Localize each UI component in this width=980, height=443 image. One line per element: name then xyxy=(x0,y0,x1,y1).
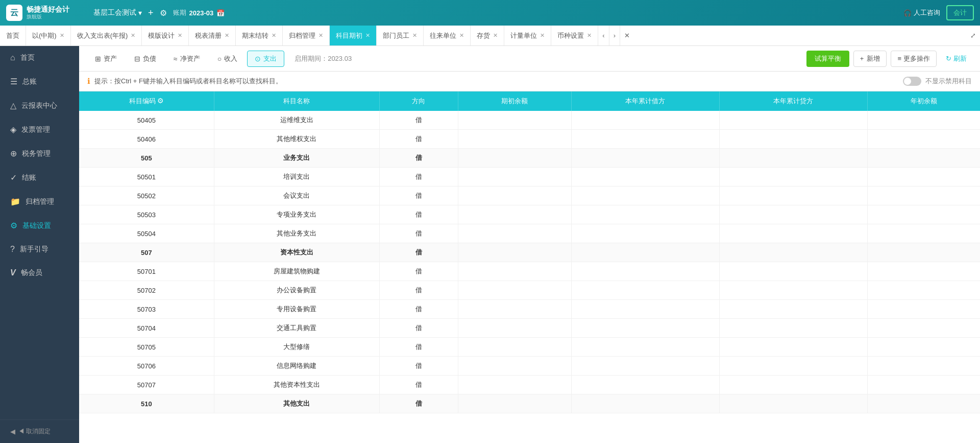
tab-close-icon[interactable]: ✕ xyxy=(318,32,323,39)
home-icon: ⌂ xyxy=(10,53,15,62)
col-settings-icon[interactable]: ⚙ xyxy=(157,97,164,105)
tab-close-icon[interactable]: ✕ xyxy=(459,32,464,39)
settlement-icon: ✓ xyxy=(10,173,17,182)
cell-balance xyxy=(458,243,571,262)
tab-close-icon[interactable]: ✕ xyxy=(587,32,592,39)
tab-mid-period[interactable]: 以(中期) ✕ xyxy=(26,26,71,46)
more-btn[interactable]: ≡ 更多操作 xyxy=(891,51,937,67)
sidebar-item-home[interactable]: ⌂ 首页 xyxy=(0,46,79,69)
tab-tax[interactable]: 税表清册 ✕ xyxy=(189,26,236,46)
expand-btn[interactable]: ⤢ xyxy=(966,26,980,46)
member-icon: V xyxy=(10,268,16,277)
guide-icon: ? xyxy=(10,245,15,254)
table-row[interactable]: 50501 培训支出 借 xyxy=(79,168,980,186)
tab-home[interactable]: 首页 xyxy=(0,26,26,46)
sub-tab-label: 负债 xyxy=(143,54,156,63)
tab-subject-initial[interactable]: 科目期初 ✕ xyxy=(330,26,377,46)
cell-name: 其他维权支出 xyxy=(214,130,379,149)
table-row[interactable]: 50503 专项业务支出 借 xyxy=(79,205,980,224)
cell-year-balance xyxy=(867,186,980,205)
cell-credit xyxy=(719,130,867,149)
tab-close-all-btn[interactable]: ✕ xyxy=(620,26,634,46)
sidebar-item-invoice[interactable]: ◈ 发票管理 xyxy=(0,118,79,142)
table-row[interactable]: 50405 运维维支出 借 xyxy=(79,111,980,130)
tab-archive[interactable]: 归档管理 ✕ xyxy=(283,26,330,46)
cell-direction: 借 xyxy=(379,338,458,357)
account-button[interactable]: 会计 xyxy=(946,5,974,20)
table-row[interactable]: 50705 大型修缮 借 xyxy=(79,338,980,357)
table-row[interactable]: 50406 其他维权支出 借 xyxy=(79,130,980,149)
tab-dept[interactable]: 部门员工 ✕ xyxy=(377,26,424,46)
tab-close-icon[interactable]: ✕ xyxy=(272,32,276,39)
app-name: 畅捷通好会计 xyxy=(27,5,69,14)
toggle-disabled[interactable] xyxy=(903,77,921,86)
sub-tab-income[interactable]: ○ 收入 xyxy=(210,51,245,67)
tab-label: 科目期初 xyxy=(336,31,362,40)
cell-balance xyxy=(458,338,571,357)
tab-close-icon[interactable]: ✕ xyxy=(412,32,417,39)
cell-debit xyxy=(571,300,719,319)
sub-tab-asset[interactable]: ⊞ 资产 xyxy=(87,51,125,67)
settings-gear-icon: ⚙ xyxy=(10,221,17,230)
tab-template[interactable]: 模版设计 ✕ xyxy=(142,26,189,46)
tab-period-end[interactable]: 期末结转 ✕ xyxy=(236,26,283,46)
tab-next-btn[interactable]: › xyxy=(609,26,620,46)
table-row[interactable]: 50703 专用设备购置 借 xyxy=(79,300,980,319)
sidebar-item-settlement[interactable]: ✓ 结账 xyxy=(0,166,79,190)
table-row[interactable]: 50704 交通工具购置 借 xyxy=(79,319,980,338)
tab-currency[interactable]: 币种设置 ✕ xyxy=(551,26,598,46)
tab-prev-btn[interactable]: ‹ xyxy=(598,26,609,46)
sidebar-item-general-ledger[interactable]: ☰ 总账 xyxy=(0,69,79,94)
sidebar-item-archive[interactable]: 📁 归档管理 xyxy=(0,190,79,214)
tab-close-icon[interactable]: ✕ xyxy=(493,32,498,39)
table-row[interactable]: 50701 房屋建筑物购建 借 xyxy=(79,262,980,281)
sidebar-item-basic-settings[interactable]: ⚙ 基础设置 xyxy=(0,214,79,238)
sub-tab-liability[interactable]: ⊟ 负债 xyxy=(127,51,164,67)
sidebar-item-label: 总账 xyxy=(22,77,37,86)
tab-units[interactable]: 计量单位 ✕ xyxy=(504,26,551,46)
calendar-icon[interactable]: 📅 xyxy=(216,9,225,17)
tab-home-label: 首页 xyxy=(6,31,19,40)
tab-income-report[interactable]: 收入支出表(年报) ✕ xyxy=(71,26,142,46)
add-btn[interactable]: + 新增 xyxy=(853,51,887,67)
cell-direction: 借 xyxy=(379,224,458,243)
sidebar-item-tax[interactable]: ⊕ 税务管理 xyxy=(0,142,79,166)
tab-close-icon[interactable]: ✕ xyxy=(131,32,135,39)
support-button[interactable]: 🎧 人工咨询 xyxy=(903,8,940,17)
table-row[interactable]: 50707 其他资本性支出 借 xyxy=(79,376,980,394)
balance-btn[interactable]: 试算平衡 xyxy=(806,51,849,67)
sidebar-item-report-center[interactable]: △ 云报表中心 xyxy=(0,94,79,118)
tab-label: 计量单位 xyxy=(510,31,537,40)
table-row[interactable]: 50504 其他业务支出 借 xyxy=(79,224,980,243)
refresh-btn[interactable]: ↻ 刷新 xyxy=(941,51,972,66)
header-center: 基层工会测试 ▾ + ⚙ 账期 2023-03 📅 xyxy=(85,8,903,18)
cell-code: 50706 xyxy=(79,357,214,376)
tab-inventory[interactable]: 存货 ✕ xyxy=(471,26,504,46)
cell-direction: 借 xyxy=(379,319,458,338)
tab-close-icon[interactable]: ✕ xyxy=(178,32,182,39)
table-row[interactable]: 507 资本性支出 借 xyxy=(79,243,980,262)
tab-contacts[interactable]: 往来单位 ✕ xyxy=(424,26,471,46)
tab-close-icon[interactable]: ✕ xyxy=(540,32,545,39)
tab-close-icon[interactable]: ✕ xyxy=(60,32,64,39)
sidebar-item-member[interactable]: V 畅会员 xyxy=(0,261,79,285)
table-row[interactable]: 50702 办公设备购置 借 xyxy=(79,281,980,300)
table-row[interactable]: 505 业务支出 借 xyxy=(79,149,980,168)
tab-close-icon[interactable]: ✕ xyxy=(365,32,370,39)
cell-year-balance xyxy=(867,262,980,281)
sub-tab-net-asset[interactable]: ≈ 净资产 xyxy=(166,51,208,67)
company-name[interactable]: 基层工会测试 ▾ xyxy=(93,8,142,17)
cell-direction: 借 xyxy=(379,205,458,224)
table-row[interactable]: 50706 信息网络购建 借 xyxy=(79,357,980,376)
sidebar-item-label: 结账 xyxy=(22,173,36,182)
table-row[interactable]: 50502 会议支出 借 xyxy=(79,186,980,205)
settings-icon[interactable]: ⚙ xyxy=(160,8,167,18)
sub-tab-label: 资产 xyxy=(104,54,117,63)
sub-tab-expense[interactable]: ⊙ 支出 xyxy=(247,51,284,67)
table-row[interactable]: 510 其他支出 借 xyxy=(79,394,980,413)
tab-close-icon[interactable]: ✕ xyxy=(225,32,229,39)
add-company-btn[interactable]: + xyxy=(148,8,154,18)
collapse-btn[interactable]: ◀ ◀ 取消固定 xyxy=(0,419,79,443)
sidebar-item-guide[interactable]: ? 新手引导 xyxy=(0,238,79,261)
tab-label: 模版设计 xyxy=(148,31,175,40)
